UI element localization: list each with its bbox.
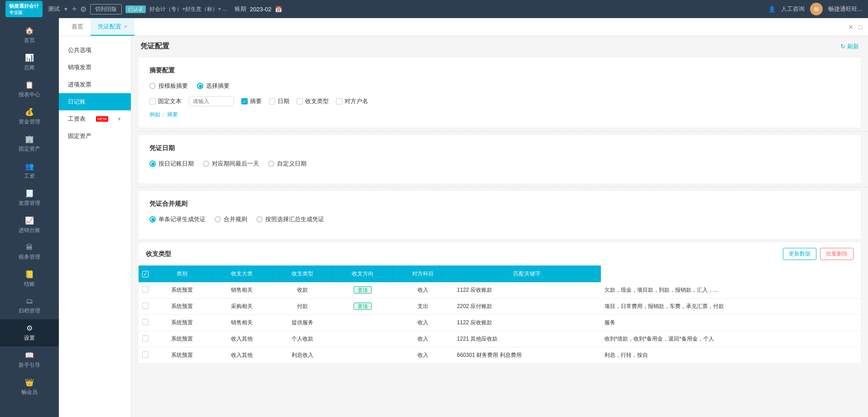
row3-keywords: 服务 bbox=[601, 315, 861, 331]
radio-merge-rules[interactable]: 合并规则 bbox=[215, 215, 247, 223]
sidebar-item-ledger[interactable]: 📊 总账 bbox=[0, 49, 59, 76]
workspace-name[interactable]: 测试 bbox=[48, 5, 60, 13]
sidebar-item-tax[interactable]: 🏛 税务管理 bbox=[0, 239, 59, 265]
left-menu: 公共选项 销项发票 进项发票 日记账 工资表 NEW ▼ 固定资产 bbox=[59, 36, 131, 417]
row3-direction: 收入 bbox=[393, 315, 453, 331]
journal-date-circle bbox=[149, 161, 156, 167]
sidebar-item-reports[interactable]: 📋 报表中心 bbox=[0, 76, 59, 103]
window-close-icon[interactable]: ✕ bbox=[848, 24, 854, 31]
sidebar-item-closing[interactable]: 📒 结账 bbox=[0, 265, 59, 293]
settings-icon: ⚙ bbox=[26, 324, 33, 332]
sidebar-item-member[interactable]: 👑 畅会员 bbox=[0, 374, 59, 401]
checkbox-summary[interactable]: ✓ 摘要 bbox=[241, 97, 262, 105]
select-all-checkbox[interactable]: ✓ bbox=[142, 271, 149, 277]
divider-2 bbox=[131, 187, 868, 187]
tab-home[interactable]: 首页 bbox=[64, 18, 91, 36]
date-checkbox-box bbox=[269, 98, 275, 104]
left-menu-purchase-invoice[interactable]: 进项发票 bbox=[59, 76, 131, 93]
left-menu-fixed-assets-sub[interactable]: 固定资产 bbox=[59, 128, 131, 145]
merge-rules-circle bbox=[215, 216, 221, 223]
left-menu-sales-invoice[interactable]: 销项发票 bbox=[59, 59, 131, 76]
checkbox-date[interactable]: 日期 bbox=[269, 97, 289, 105]
sales-icon: 📈 bbox=[25, 216, 34, 225]
workspace-dropdown-icon[interactable]: ▼ bbox=[63, 6, 68, 12]
fixed-text-input[interactable] bbox=[189, 96, 234, 106]
divider-1 bbox=[131, 131, 868, 132]
row1-tag[interactable]: 置顶 bbox=[332, 282, 393, 299]
checkbox-counterpart[interactable]: 对方户名 bbox=[336, 97, 368, 105]
archive-icon: 🗂 bbox=[26, 297, 33, 305]
table-header-row: 收支类型 更新数据 批量删除 bbox=[139, 242, 861, 265]
content-area: 首页 凭证配置 × ✕ □ 公共选项 销项发票 bbox=[59, 18, 868, 417]
tab-close-icon[interactable]: × bbox=[124, 24, 127, 30]
sidebar-item-funds[interactable]: 💰 资金管理 bbox=[0, 103, 59, 130]
checkbox-fixed-text[interactable]: 固定文本 bbox=[149, 97, 182, 105]
sidebar-item-sales[interactable]: 📈 进销台账 bbox=[0, 212, 59, 239]
calendar-icon[interactable]: 📅 bbox=[275, 6, 282, 13]
left-menu-journal[interactable]: 日记账 bbox=[59, 93, 131, 110]
funds-icon: 💰 bbox=[25, 108, 34, 116]
row2-tag[interactable]: 置顶 bbox=[332, 299, 393, 315]
switch-version-button[interactable]: 切到旧版 bbox=[90, 4, 122, 14]
left-menu-public[interactable]: 公共选项 bbox=[59, 42, 131, 59]
merge-section: 凭证合并规则 单条记录生成凭证 合并规则 按照选择汇总生成凭证 bbox=[139, 191, 861, 239]
sidebar-item-settings[interactable]: ⚙ 设置 bbox=[0, 319, 59, 346]
radio-choose-summary[interactable]: 选择摘要 bbox=[197, 82, 230, 90]
row3-major: 销售相关 bbox=[212, 315, 272, 331]
row5-category: 系统预置 bbox=[153, 347, 212, 364]
radio-single-record[interactable]: 单条记录生成凭证 bbox=[149, 215, 206, 223]
tab-bar-left: 首页 凭证配置 × bbox=[64, 18, 134, 36]
sidebar-item-invoice[interactable]: 🧾 发票管理 bbox=[0, 185, 59, 212]
window-expand-icon[interactable]: □ bbox=[859, 24, 863, 31]
radio-template-summary[interactable]: 按模板摘要 bbox=[149, 82, 188, 90]
row1-major: 销售相关 bbox=[212, 282, 272, 299]
row3-checkbox-cell[interactable] bbox=[139, 315, 153, 331]
th-subject: 对方科目 bbox=[393, 265, 453, 282]
row4-keywords: 收到*借款，收到*备用金，退回*备用金，个人 bbox=[601, 331, 861, 347]
service-label[interactable]: 人工咨询 bbox=[781, 5, 805, 13]
radio-custom-date[interactable]: 自定义日期 bbox=[268, 160, 307, 168]
tab-voucher-config[interactable]: 凭证配置 × bbox=[91, 18, 134, 36]
row5-checkbox-cell[interactable] bbox=[139, 347, 153, 364]
period-value[interactable]: 2023-02 bbox=[250, 6, 272, 13]
settings-gear-icon[interactable]: ⚙ bbox=[80, 5, 86, 14]
row3-subject: 1122 应收账款 bbox=[453, 315, 601, 331]
left-menu-payroll-table[interactable]: 工资表 NEW ▼ bbox=[59, 110, 131, 128]
radio-summary-generate[interactable]: 按照选择汇总生成凭证 bbox=[256, 215, 324, 223]
topbar-right: 👤 人工咨询 畅 畅捷通旺旺... bbox=[768, 3, 863, 15]
row1-keywords: 欠款，现金，项目款，到款，报销款，汇入，... bbox=[601, 282, 861, 299]
sidebar-item-payroll[interactable]: 👥 工资 bbox=[0, 157, 59, 185]
sidebar-item-guide[interactable]: 📖 新手引导 bbox=[0, 346, 59, 374]
income-expense-table: ✓ 类别 收支大类 收支类型 收支方向 对方科目 匹配关键字 bbox=[139, 265, 861, 364]
th-checkbox[interactable]: ✓ bbox=[139, 265, 153, 282]
row1-checkbox-cell[interactable] bbox=[139, 282, 153, 299]
avatar[interactable]: 畅 bbox=[810, 3, 823, 15]
table-actions: 更新数据 批量删除 bbox=[783, 248, 854, 260]
sidebar-item-archive[interactable]: 🗂 归档管理 bbox=[0, 293, 59, 319]
sidebar-item-home[interactable]: 🏠 首页 bbox=[0, 22, 59, 49]
refresh-button[interactable]: ↻ 刷新 bbox=[840, 43, 859, 51]
page-content: 公共选项 销项发票 进项发票 日记账 工资表 NEW ▼ 固定资产 bbox=[59, 36, 868, 417]
radio-journal-date[interactable]: 按日记账日期 bbox=[149, 160, 194, 168]
row1-subject: 1122 应收账款 bbox=[453, 282, 601, 299]
row2-checkbox-cell[interactable] bbox=[139, 299, 153, 315]
checkbox-income-type[interactable]: 收支类型 bbox=[297, 97, 329, 105]
row5-type: 利息收入 bbox=[272, 347, 332, 364]
certified-badge: 已认证 bbox=[125, 5, 146, 13]
row2-top-tag[interactable]: 置顶 bbox=[354, 303, 372, 310]
radio-period-last-day[interactable]: 对应期间最后一天 bbox=[203, 160, 259, 168]
row1-top-tag[interactable]: 置顶 bbox=[354, 286, 372, 294]
row4-type: 个人收款 bbox=[272, 331, 332, 347]
period-label: 账期 bbox=[235, 5, 246, 13]
user-name[interactable]: 畅捷通旺旺... bbox=[828, 5, 863, 13]
app-logo: 畅捷通好会计 专业版 bbox=[5, 1, 43, 17]
batch-delete-button[interactable]: 批量删除 bbox=[820, 248, 854, 260]
chevron-down-icon: ▼ bbox=[117, 116, 122, 122]
sidebar-item-fixed-assets[interactable]: 🏢 固定资产 bbox=[0, 130, 59, 157]
add-icon[interactable]: + bbox=[72, 5, 77, 14]
row4-checkbox-cell[interactable] bbox=[139, 331, 153, 347]
radio-template-circle bbox=[149, 83, 156, 89]
row2-direction: 支出 bbox=[393, 299, 453, 315]
radio-choose-circle bbox=[197, 83, 203, 89]
update-data-button[interactable]: 更新数据 bbox=[783, 248, 816, 260]
